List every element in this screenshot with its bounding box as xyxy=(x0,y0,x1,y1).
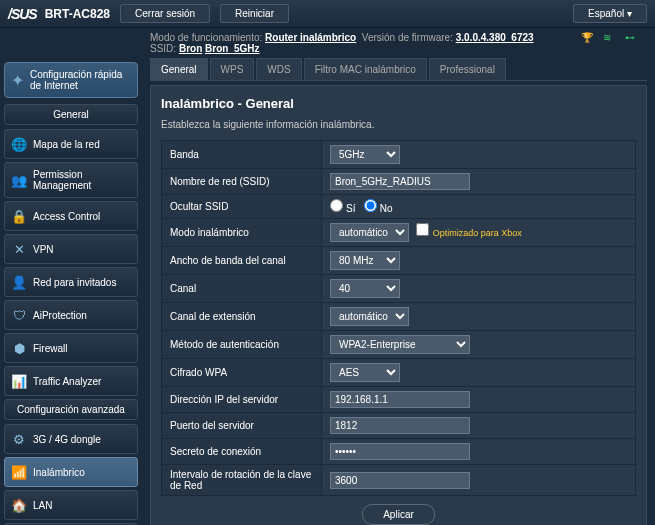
guest-icon: 👤 xyxy=(11,274,27,290)
hide-no-label[interactable]: No xyxy=(364,203,393,214)
sidebar-item-firewall[interactable]: ⬢Firewall xyxy=(4,333,138,363)
sidebar-head-general: General xyxy=(4,104,138,125)
sidebar-head-advanced: Configuración avanzada xyxy=(4,399,138,420)
auth-select[interactable]: WPA2-Enterprise xyxy=(330,335,470,354)
sidebar-item-label: AiProtection xyxy=(33,310,87,321)
tab-professional[interactable]: Professional xyxy=(429,58,506,80)
sidebar: ✦ Configuración rápida de Internet Gener… xyxy=(0,58,142,525)
sidebar-item-label: Access Control xyxy=(33,211,100,222)
ssid-input[interactable] xyxy=(330,173,470,190)
ext-channel-select[interactable]: automático xyxy=(330,307,409,326)
trophy-icon[interactable]: 🏆 xyxy=(581,32,595,46)
quick-setup-button[interactable]: ✦ Configuración rápida de Internet xyxy=(4,62,138,98)
tab-wps[interactable]: WPS xyxy=(210,58,255,80)
sidebar-item-guest[interactable]: 👤Red para invitados xyxy=(4,267,138,297)
traffic-icon: 📊 xyxy=(11,373,27,389)
vpn-icon: ✕ xyxy=(11,241,27,257)
hide-no-radio[interactable] xyxy=(364,199,377,212)
form-table: Banda5GHz Nombre de red (SSID) Ocultar S… xyxy=(161,140,636,496)
sidebar-item-label: LAN xyxy=(33,500,52,511)
secret-input[interactable] xyxy=(330,443,470,460)
tab-general[interactable]: General xyxy=(150,58,208,80)
sidebar-item-dongle[interactable]: ⚙3G / 4G dongle xyxy=(4,424,138,454)
sidebar-item-label: 3G / 4G dongle xyxy=(33,434,101,445)
sidebar-item-lan[interactable]: 🏠LAN xyxy=(4,490,138,520)
ssid2-link[interactable]: Bron_5GHz xyxy=(205,43,259,54)
dongle-icon: ⚙ xyxy=(11,431,27,447)
server-ip-input[interactable] xyxy=(330,391,470,408)
top-bar: /SUS BRT-AC828 Cerrar sesión Reiniciar E… xyxy=(0,0,655,28)
settings-panel: Inalámbrico - General Establezca la sigu… xyxy=(150,85,647,525)
wireless-icon: 📶 xyxy=(11,464,27,480)
reboot-button[interactable]: Reiniciar xyxy=(220,4,289,23)
sidebar-item-label: Traffic Analyzer xyxy=(33,376,101,387)
sidebar-item-network-map[interactable]: 🌐Mapa de la red xyxy=(4,129,138,159)
content-area: GeneralWPSWDSFiltro MAC inalámbricoProfe… xyxy=(142,58,655,525)
apply-button[interactable]: Aplicar xyxy=(362,504,435,525)
hide-yes-radio[interactable] xyxy=(330,199,343,212)
sidebar-item-permission[interactable]: 👥Permission Management xyxy=(4,162,138,198)
info-bar: 🏆 ≋ ⊷ Modo de funcionamiento: Router ina… xyxy=(0,28,655,58)
sidebar-item-aiprotection[interactable]: 🛡AiProtection xyxy=(4,300,138,330)
language-select[interactable]: Español ▾ xyxy=(573,4,647,23)
firewall-icon: ⬢ xyxy=(11,340,27,356)
permission-icon: 👥 xyxy=(11,172,27,188)
wpa-select[interactable]: AES xyxy=(330,363,400,382)
lan-icon: 🏠 xyxy=(11,497,27,513)
logout-button[interactable]: Cerrar sesión xyxy=(120,4,210,23)
access-control-icon: 🔒 xyxy=(11,208,27,224)
xbox-checkbox[interactable] xyxy=(416,223,429,236)
sidebar-item-access-control[interactable]: 🔒Access Control xyxy=(4,201,138,231)
network-map-icon: 🌐 xyxy=(11,136,27,152)
server-port-input[interactable] xyxy=(330,417,470,434)
sidebar-item-label: Inalámbrico xyxy=(33,467,85,478)
band-select[interactable]: 5GHz xyxy=(330,145,400,164)
sidebar-item-traffic[interactable]: 📊Traffic Analyzer xyxy=(4,366,138,396)
mode-select[interactable]: automático xyxy=(330,223,409,242)
sidebar-item-label: Permission Management xyxy=(33,169,131,191)
panel-desc: Establezca la siguiente información inal… xyxy=(161,119,636,130)
bandwidth-select[interactable]: 80 MHz xyxy=(330,251,400,270)
wifi-status-icon[interactable]: ≋ xyxy=(603,32,617,46)
sidebar-item-label: Red para invitados xyxy=(33,277,116,288)
hide-yes-label[interactable]: Sí xyxy=(330,203,355,214)
magic-wand-icon: ✦ xyxy=(11,71,24,90)
sidebar-item-label: Firewall xyxy=(33,343,67,354)
sidebar-item-label: VPN xyxy=(33,244,54,255)
usb-icon[interactable]: ⊷ xyxy=(625,32,639,46)
model-name: BRT-AC828 xyxy=(45,7,110,21)
op-mode-link[interactable]: Router inalámbrico xyxy=(265,32,356,43)
tab-bar: GeneralWPSWDSFiltro MAC inalámbricoProfe… xyxy=(150,58,647,81)
firmware-link[interactable]: 3.0.0.4.380_6723 xyxy=(456,32,534,43)
brand-logo: /SUS xyxy=(8,6,37,22)
ssid1-link[interactable]: Bron xyxy=(179,43,202,54)
sidebar-item-wireless[interactable]: 📶Inalámbrico xyxy=(4,457,138,487)
tab-filtro-mac-inalámbrico[interactable]: Filtro MAC inalámbrico xyxy=(304,58,427,80)
aiprotection-icon: 🛡 xyxy=(11,307,27,323)
sidebar-item-label: Mapa de la red xyxy=(33,139,100,150)
sidebar-item-vpn[interactable]: ✕VPN xyxy=(4,234,138,264)
channel-select[interactable]: 40 xyxy=(330,279,400,298)
tab-wds[interactable]: WDS xyxy=(256,58,301,80)
rotate-input[interactable] xyxy=(330,472,470,489)
panel-title: Inalámbrico - General xyxy=(161,96,636,111)
